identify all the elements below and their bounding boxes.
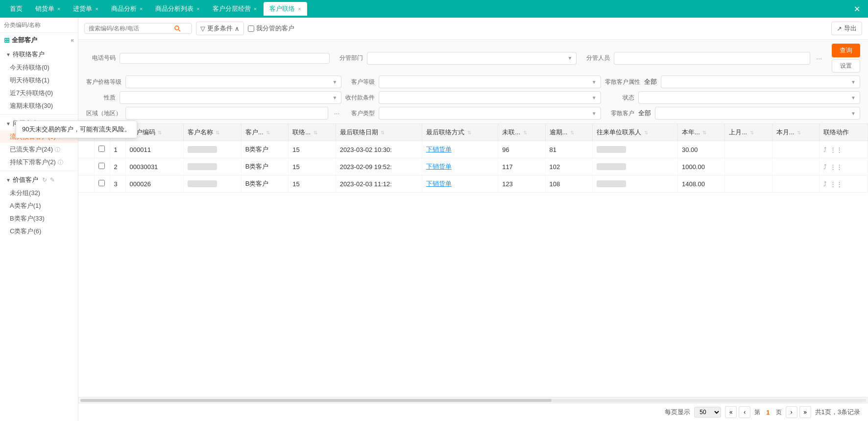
th-name-sort[interactable]: ⇅ [216, 130, 219, 135]
filter-field-retail-customer: 零散客户 全部 ▼ [605, 107, 860, 120]
value-refresh-icon[interactable]: ↻ [42, 176, 47, 183]
action-more-icon-2[interactable]: ⋮⋮ [830, 163, 843, 171]
filter-area-dots[interactable]: ··· [332, 109, 342, 117]
tab-home[interactable]: 首页 [4, 2, 28, 16]
sidebar-collapse-btn[interactable]: « [71, 37, 74, 44]
sidebar-item-overdue[interactable]: 逾期未联络(30) [0, 99, 78, 112]
tab-product-analysis[interactable]: 商品分析 × [105, 2, 148, 16]
th-contact-count-label: 联络... [292, 128, 311, 136]
th-this-month-sort[interactable]: ⇅ [797, 130, 801, 135]
sidebar-group-pending-header[interactable]: ▼ 待联络客户 [0, 48, 78, 61]
query-button[interactable]: 查询 [832, 44, 860, 57]
th-contact-count-sort[interactable]: ⇅ [313, 130, 317, 135]
sidebar-item-declining[interactable]: 持续下滑客户(2) ⓘ [0, 156, 78, 169]
row-checkbox-2[interactable] [98, 163, 105, 169]
tab-sales-close[interactable]: × [57, 6, 60, 12]
scrollbar-track[interactable] [80, 399, 866, 402]
page-last-btn[interactable]: » [799, 406, 811, 418]
td-last-method-2[interactable]: 下销货单 [422, 158, 498, 175]
row-checkbox-1[interactable] [98, 146, 105, 152]
tab-product-list-close[interactable]: × [196, 6, 199, 12]
td-action-3: ⤴ ⋮⋮ [820, 175, 868, 193]
action-more-icon-3[interactable]: ⋮⋮ [830, 180, 843, 188]
th-contact-person-sort[interactable]: ⇅ [644, 130, 648, 135]
filter-dept-select[interactable]: ▼ [367, 52, 577, 65]
last-method-link-1[interactable]: 下销货单 [426, 146, 452, 153]
filter-payment-select[interactable]: ▼ [379, 91, 601, 104]
th-last-method-sort[interactable]: ⇅ [467, 130, 471, 135]
action-link-icon-1[interactable]: ⤴ [823, 146, 827, 153]
value-edit-icon[interactable]: ✎ [50, 176, 55, 183]
filter-phone-input[interactable] [120, 53, 330, 64]
page-next-btn[interactable]: › [786, 406, 797, 418]
page-first-btn[interactable]: « [725, 406, 737, 418]
sidebar-item-today-label: 今天待联络(0) [10, 63, 49, 72]
sidebar-group-value-header[interactable]: ▼ 价值客户 ↻ ✎ [0, 173, 78, 187]
td-check-2[interactable] [94, 158, 110, 175]
th-this-year-sort[interactable]: ⇅ [702, 130, 706, 135]
filter-manager-select[interactable] [614, 52, 810, 65]
tab-product-analysis-close[interactable]: × [140, 6, 143, 12]
sidebar-item-class-a[interactable]: A类客户(1) [0, 199, 78, 212]
filter-area-select[interactable] [125, 107, 328, 120]
more-conditions-btn[interactable]: ▽ 更多条件 ∧ [196, 22, 244, 35]
filter-gender-select[interactable]: ▼ [120, 91, 341, 104]
filter-retail-attr-select[interactable]: ▼ [661, 75, 860, 88]
page-nav: « ‹ 第 1 页 › » [725, 406, 811, 418]
th-last-date-sort[interactable]: ⇅ [381, 130, 385, 135]
sidebar-item-7days[interactable]: 近7天待联络(0) [0, 87, 78, 99]
sidebar-root-header[interactable]: ⊞ 全部客户 « [0, 33, 78, 48]
tab-product-list[interactable]: 商品分析列表 × [149, 2, 205, 16]
my-customers-checkbox-area[interactable]: 我分管的客户 [248, 24, 294, 33]
filter-manager-dots[interactable]: ··· [814, 54, 824, 62]
th-last-method-label: 最后联络方式 [426, 128, 464, 136]
filter-customer-grade-select[interactable]: ▼ [379, 75, 601, 88]
window-close-button[interactable]: ✕ [850, 2, 864, 16]
td-check-3[interactable] [94, 175, 110, 193]
sidebar-item-tomorrow[interactable]: 明天待联络(1) [0, 74, 78, 87]
td-code-1: 000011 [125, 141, 183, 158]
tab-sales[interactable]: 销货单 × [29, 2, 66, 16]
export-btn[interactable]: ↗ 导出 [831, 22, 862, 35]
th-type-sort[interactable]: ⇅ [266, 130, 270, 135]
filter-field-status: 状态 ▼ [605, 91, 860, 104]
my-customers-label: 我分管的客户 [256, 24, 294, 33]
td-last-method-1[interactable]: 下销货单 [422, 141, 498, 158]
scrollbar-thumb[interactable] [80, 399, 552, 402]
filter-customer-type-select[interactable]: ▼ [379, 107, 601, 120]
tab-customer-contact-close[interactable]: × [298, 6, 301, 12]
action-link-icon-3[interactable]: ⤴ [823, 180, 827, 188]
sidebar-item-class-c[interactable]: C类客户(6) [0, 225, 78, 238]
tab-purchase-close[interactable]: × [95, 6, 98, 12]
tab-customer-contact[interactable]: 客户联络 × [264, 2, 307, 16]
td-last-method-3[interactable]: 下销货单 [422, 175, 498, 193]
tab-purchase[interactable]: 进货单 × [67, 2, 104, 16]
th-last-month-sort[interactable]: ⇅ [750, 130, 754, 135]
filter-status-select[interactable]: ▼ [638, 91, 860, 104]
sidebar-item-ungrouped[interactable]: 未分组(32) [0, 187, 78, 199]
filter-price-grade-select[interactable]: ▼ [125, 75, 341, 88]
row-checkbox-3[interactable] [98, 180, 105, 186]
my-customers-checkbox[interactable] [248, 25, 254, 32]
per-page-select[interactable]: 50 100 200 [694, 407, 721, 418]
tab-customer-tier[interactable]: 客户分层经营 × [207, 2, 263, 16]
action-more-icon-1[interactable]: ⋮⋮ [830, 146, 843, 153]
td-check-1[interactable] [94, 141, 110, 158]
sidebar-item-class-b[interactable]: B类客户(33) [0, 212, 78, 225]
horizontal-scrollbar[interactable] [78, 397, 868, 403]
filter-retail-customer-select[interactable]: ▼ [655, 107, 860, 120]
action-link-icon-2[interactable]: ⤴ [823, 163, 827, 171]
sidebar-item-churned[interactable]: 已流失客户(24) ⓘ [0, 143, 78, 156]
tab-customer-tier-close[interactable]: × [254, 6, 257, 12]
last-method-link-3[interactable]: 下销货单 [426, 180, 452, 187]
settings-button[interactable]: 设置 [832, 59, 860, 73]
last-method-link-2[interactable]: 下销货单 [426, 163, 452, 170]
th-code-sort[interactable]: ⇅ [158, 130, 162, 135]
th-no-contact-sort[interactable]: ⇅ [523, 130, 527, 135]
sidebar-search-input[interactable] [4, 22, 77, 28]
page-prev-btn[interactable]: ‹ [739, 406, 750, 418]
filter-search-input[interactable] [89, 25, 172, 32]
th-overdue-sort[interactable]: ⇅ [570, 130, 574, 135]
sidebar-item-today[interactable]: 今天待联络(0) [0, 61, 78, 74]
info-icon2: ⓘ [58, 159, 63, 166]
